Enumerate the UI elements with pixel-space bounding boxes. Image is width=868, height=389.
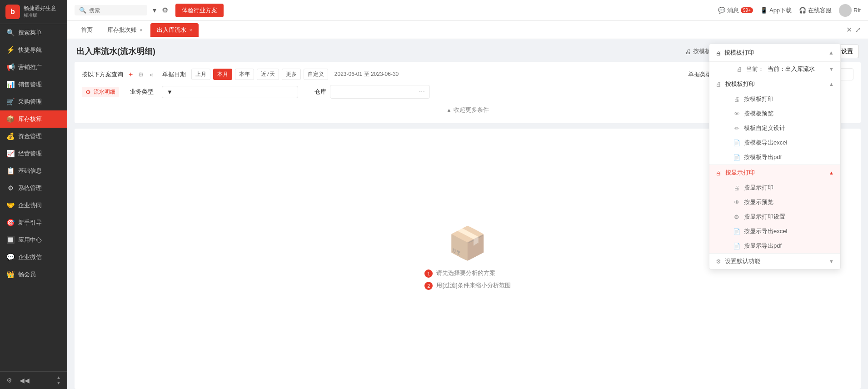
empty-state: 📦 1 请先选择要分析的方案 2 用[过滤]条件来缩小分析范围 [424, 224, 510, 294]
display-print-settings-icon: ⚙ [733, 213, 740, 220]
purchase-icon: 🛒 [6, 98, 15, 106]
inventory-icon: 📦 [6, 115, 15, 123]
set-default-arrow: ▼ [829, 259, 834, 264]
warehouse-input[interactable]: ··· [330, 85, 430, 99]
user-profile[interactable]: Rit [839, 4, 861, 17]
step-2-num: 2 [424, 282, 433, 290]
sidebar-item-label: 搜索菜单 [18, 29, 42, 37]
date-btn-7days[interactable]: 近7天 [257, 69, 279, 80]
sidebar-item-quick-nav[interactable]: ⚡ 快捷导航 [0, 41, 67, 59]
query-label: 按以下方案查询 [82, 70, 123, 79]
tab-home[interactable]: 首页 [75, 23, 99, 37]
sidebar-item-weixin[interactable]: 💬 企业微信 [0, 249, 67, 266]
current-item-icon: 🖨 [737, 66, 743, 73]
date-btn-prev-month[interactable]: 上月 [191, 69, 210, 80]
display-export-excel-icon: 📄 [733, 228, 740, 235]
topbar-search-box[interactable]: 🔍 [75, 5, 147, 15]
sidebar-logo: b 畅捷通好生意 标准版 [0, 0, 67, 24]
filter-add-button[interactable]: + [129, 70, 133, 79]
date-btn-current-month[interactable]: 本月 [213, 69, 232, 80]
user-name: Rit [853, 7, 861, 14]
sidebar-item-basic-info[interactable]: 📋 基础信息 [0, 162, 67, 180]
template-print-item[interactable]: 🖨 按模板打印 [709, 92, 840, 106]
message-button[interactable]: 💬 消息 99+ [718, 6, 753, 15]
display-preview-item[interactable]: 👁 按显示预览 [709, 195, 840, 209]
sidebar: b 畅捷通好生意 标准版 🔍 搜索菜单 ⚡ 快捷导航 📢 营销推广 📊 销售管理… [0, 0, 67, 389]
display-export-pdf-item[interactable]: 📄 按显示导出pdf [709, 239, 840, 253]
step-1-num: 1 [424, 269, 433, 278]
sidebar-item-app-center[interactable]: 🔲 应用中心 [0, 231, 67, 249]
set-default-item[interactable]: ⚙ 设置默认功能 ▼ [709, 254, 840, 269]
close-all-tabs-button[interactable]: ✕ [846, 25, 852, 34]
topbar-gear-icon[interactable]: ⚙ [162, 6, 168, 15]
current-item[interactable]: 🖨 当前： 当前：出入库流水 ▼ [709, 62, 840, 76]
current-item-arrow: ▼ [829, 66, 834, 72]
collapse-sidebar-button[interactable]: ◀◀ [20, 377, 30, 384]
empty-step-2: 2 用[过滤]条件来缩小分析范围 [424, 281, 510, 290]
sidebar-item-guide[interactable]: 🎯 新手引导 [0, 214, 67, 231]
template-print-section-header[interactable]: 🖨 按模板打印 ▲ [709, 76, 840, 92]
template-export-excel-item[interactable]: 📄 按模板导出excel [709, 135, 840, 150]
member-icon: 👑 [6, 270, 15, 279]
flow-tag-label: 流水明细 [94, 88, 115, 96]
service-button[interactable]: 🎧 在线客服 [799, 6, 832, 15]
tab-batch-account-close[interactable]: × [140, 27, 142, 33]
template-export-pdf-icon: 📄 [733, 154, 740, 161]
tab-flow[interactable]: 出入库流水 × [150, 23, 198, 37]
date-filter-group: 上月 本月 本年 近7天 更多 自定义 2023-06-01 至 2023-06… [191, 69, 673, 80]
weixin-icon: 💬 [6, 253, 15, 261]
dropdown-panel-arrow: ▲ [828, 50, 834, 56]
sidebar-item-inventory[interactable]: 📦 库存核算 [0, 110, 67, 128]
template-custom-item[interactable]: ✏ 模板自定义设计 [709, 121, 840, 135]
tab-batch-account[interactable]: 库存批次账 × [101, 23, 149, 37]
sidebar-item-member[interactable]: 👑 畅会员 [0, 266, 67, 283]
app-download-button[interactable]: 📱 App下载 [760, 6, 792, 15]
template-print-section: 🖨 按模板打印 ▲ 🖨 按模板打印 👁 按模板预览 ✏ 模板自定义设计 📄 按模… [709, 76, 840, 165]
trial-button[interactable]: 体验行业方案 [175, 4, 224, 17]
date-range-display: 2023-06-01 至 2023-06-30 [334, 70, 399, 78]
page-title: 出入库流水(流水明细) [76, 46, 155, 57]
scroll-down-arrow[interactable]: ▼ [56, 381, 61, 385]
topbar-right: 💬 消息 99+ 📱 App下载 🎧 在线客服 Rit [718, 4, 861, 17]
date-btn-custom[interactable]: 自定义 [304, 69, 328, 80]
display-preview-icon: 👁 [733, 199, 740, 206]
sidebar-item-purchase[interactable]: 🛒 采购管理 [0, 93, 67, 110]
business-type-dropdown[interactable]: ▼ [162, 86, 298, 98]
current-item-label: 当前： [746, 65, 764, 73]
template-preview-item[interactable]: 👁 按模板预览 [709, 106, 840, 121]
scroll-up-arrow[interactable]: ▲ [56, 375, 61, 380]
sidebar-item-system[interactable]: ⚙ 系统管理 [0, 180, 67, 197]
message-badge: 99+ [741, 7, 753, 13]
sidebar-item-cooperation[interactable]: 🤝 企业协同 [0, 197, 67, 214]
sidebar-item-search[interactable]: 🔍 搜索菜单 [0, 24, 67, 41]
tabs-bar: 首页 库存批次账 × 出入库流水 × ✕ ⤢ [67, 21, 868, 39]
dropdown-panel-header: 🖨 按模板打印 ▲ [709, 44, 840, 62]
display-print-settings-item[interactable]: ⚙ 按显示打印设置 [709, 209, 840, 224]
tab-flow-close[interactable]: × [189, 27, 192, 33]
flow-tag[interactable]: ⚙ 流水明细 [82, 87, 119, 97]
template-export-pdf-item[interactable]: 📄 按模板导出pdf [709, 150, 840, 165]
display-export-excel-item[interactable]: 📄 按显示导出excel [709, 224, 840, 239]
maximize-button[interactable]: ⤢ [855, 25, 861, 34]
date-btn-current-year[interactable]: 本年 [235, 69, 254, 80]
logo-icon: b [5, 5, 20, 19]
sidebar-item-marketing[interactable]: 📢 营销推广 [0, 59, 67, 76]
sidebar-item-operations[interactable]: 📈 经营管理 [0, 145, 67, 162]
warehouse-more-icon[interactable]: ··· [419, 88, 425, 96]
date-btn-more[interactable]: 更多 [282, 69, 301, 80]
sidebar-item-sales[interactable]: 📊 销售管理 [0, 76, 67, 93]
filter-setting-button[interactable]: ⚙ [138, 71, 144, 78]
empty-step-1: 1 请先选择要分析的方案 [424, 269, 510, 278]
search-input[interactable] [89, 7, 135, 14]
message-icon: 💬 [718, 7, 725, 14]
settings-button[interactable]: ⚙ [6, 377, 12, 384]
display-print-section-header[interactable]: 🖨 按显示打印 ▲ [709, 165, 840, 180]
topbar-dropdown-icon[interactable]: ▾ [153, 6, 156, 15]
display-print-item[interactable]: 🖨 按显示打印 [709, 180, 840, 195]
user-avatar [839, 4, 852, 17]
cooperation-icon: 🤝 [6, 201, 15, 209]
tabs-right-actions: ✕ ⤢ [846, 25, 861, 34]
filter-collapse-button[interactable]: « [150, 71, 153, 78]
sidebar-item-finance[interactable]: 💰 资金管理 [0, 128, 67, 145]
sidebar-item-label: 新手引导 [18, 219, 42, 227]
